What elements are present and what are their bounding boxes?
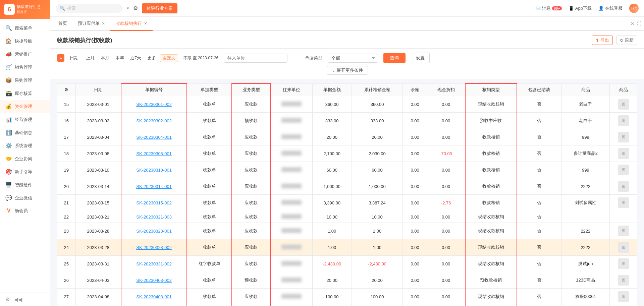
cell-product1: 多计量商品2 <box>561 145 610 162</box>
cell-doc-no[interactable]: SK-20230315-002 <box>121 195 187 211</box>
tab-receipt-close-icon[interactable]: ✕ <box>144 21 147 26</box>
solution-button[interactable]: 体验行业方案 <box>142 3 177 13</box>
sidebar-item-inventory[interactable]: 🗃️ 库存核算 <box>0 87 50 100</box>
cell-doc-type: 收款单 <box>187 162 232 178</box>
page-header: 收款核销执行(按收款) ⬆ 导出 ↻ 刷新 <box>50 31 644 49</box>
export-icon: ⬆ <box>595 38 599 43</box>
setting-button[interactable]: 设置 <box>411 53 430 63</box>
cell-doc-type: 收款单 <box>187 178 232 195</box>
cell-doc-no[interactable]: SK-20230302-002 <box>121 113 187 129</box>
sidebar-item-marketing[interactable]: 📣 营销推广 <box>0 48 50 61</box>
filter-date-label: 日期 <box>70 55 78 61</box>
filter-custom[interactable]: 自定义 <box>160 54 178 62</box>
filter-more[interactable]: 更多 <box>145 54 158 62</box>
th-cash-discount: 现金折扣 <box>427 83 465 96</box>
app-download-button[interactable]: 📱 App下载 <box>569 5 592 11</box>
cell-amount: 20.00 <box>312 272 352 289</box>
topbar-right: ✉️ 消息 99+ 📱 App下载 👤 在线客服 Rit <box>535 4 639 13</box>
refresh-button[interactable]: ↻ 刷新 <box>616 36 637 45</box>
sidebar-item-finance[interactable]: 💰 资金管理 <box>0 100 50 113</box>
topbar-dropdown-arrow[interactable]: ▾ <box>127 6 129 11</box>
table-row: 172023-03-04SK-20230304-001收款单应收款20.0020… <box>57 129 637 145</box>
sidebar-item-operations[interactable]: 📊 经营管理 <box>0 113 50 126</box>
sidebar-item-sales[interactable]: 🛒 销售管理 <box>0 61 50 74</box>
cell-doc-no[interactable]: SK-20230308-001 <box>121 145 187 162</box>
filter-partner-input[interactable] <box>224 54 287 63</box>
user-avatar[interactable]: Rit <box>629 4 639 13</box>
sidebar-item-vip[interactable]: V 畅会员 <box>0 204 50 217</box>
settings-footer-icon[interactable]: ⚙ <box>5 296 10 303</box>
sidebar-item-search-menu[interactable]: 🔍 搜索菜单 <box>0 21 50 35</box>
cell-doc-type: 收款单 <box>187 96 232 113</box>
filter-this-month[interactable]: 本月 <box>99 54 111 62</box>
cell-doc-no[interactable]: SK-20230328-001 <box>121 223 187 239</box>
sidebar-item-label: 企业协同 <box>15 156 32 162</box>
filter-row: » 日期 上月 本月 本年 近7天 更多 自定义 不限 至 2023-07-26… <box>57 53 637 63</box>
expand-more-button[interactable]: ⌄ 展开更多条件 <box>327 66 368 75</box>
cell-product2: 图 <box>610 256 637 272</box>
cell-doc-no[interactable]: SK-20230403-002 <box>121 272 187 289</box>
filter-7days[interactable]: 近7天 <box>128 54 143 62</box>
logo-icon: 6 <box>4 4 15 15</box>
topbar-search-box[interactable]: 🔍 搜索 <box>56 4 123 13</box>
cell-writeoff-amount: 20.00 <box>352 129 403 145</box>
filter-this-year[interactable]: 本年 <box>113 54 126 62</box>
cell-cash-discount: 0.00 <box>427 211 465 223</box>
cell-biz-type: 应收款 <box>232 162 270 178</box>
online-service-button[interactable]: 👤 在线客服 <box>598 5 623 11</box>
cell-biz-type: 预收款 <box>232 113 270 129</box>
cell-include-cleared: 否 <box>517 145 561 162</box>
sidebar-item-newbie[interactable]: 🎯 新手引导 <box>0 165 50 178</box>
filter-doc-type-select[interactable]: 全部 收款单 <box>328 54 378 63</box>
th-writeoff-amount: 累计核销金额 <box>352 83 403 96</box>
cell-partner <box>270 211 313 223</box>
page-title: 收款核销执行(按收款) <box>57 37 112 44</box>
cell-doc-no[interactable]: SK-20230314-001 <box>121 178 187 195</box>
filter-expand-button[interactable]: » <box>57 54 64 62</box>
cell-doc-no[interactable]: SK-20230301-002 <box>121 96 187 113</box>
sidebar-item-purchase[interactable]: 📦 采购管理 <box>0 74 50 87</box>
expand-more-label: 展开更多条件 <box>337 67 363 73</box>
cell-doc-type: 收款单 <box>187 239 232 256</box>
cell-product1: 123D商品 <box>561 272 610 289</box>
th-settings[interactable]: ⚙ <box>57 83 76 96</box>
sidebar-item-label: 快捷导航 <box>15 38 32 44</box>
search-icon: 🔍 <box>60 6 65 11</box>
sidebar-item-enterprise-wechat[interactable]: 💬 企业微信 <box>0 191 50 204</box>
cell-partner <box>270 305 313 306</box>
cell-seq: 26 <box>57 272 76 289</box>
tab-prepay-close-icon[interactable]: ✕ <box>102 21 105 26</box>
sidebar-item-enterprise-collab[interactable]: 🤝 企业协同 <box>0 152 50 165</box>
cell-doc-no[interactable]: SK-20230408-001 <box>121 289 187 305</box>
sidebar-item-smart-hardware[interactable]: 🖥️ 智能硬件 <box>0 178 50 191</box>
messages-button[interactable]: ✉️ 消息 99+ <box>535 5 562 11</box>
cell-doc-no[interactable]: SK-20230304-001 <box>121 129 187 145</box>
sidebar: 6 畅康道好生意 标推版 🔍 搜索菜单 🏠 快捷导航 📣 营销推广 🛒 销售管理… <box>0 0 50 306</box>
collapse-icon[interactable]: ◀◀ <box>14 296 22 303</box>
cell-amount: 10.00 <box>312 211 352 223</box>
app-download-label: App下载 <box>575 5 592 11</box>
tab-home[interactable]: 首页 <box>53 17 72 31</box>
cell-product1: 衣服00001 <box>561 289 610 305</box>
tab-receipt-writeoff[interactable]: 收款核销执行 ✕ <box>110 17 153 31</box>
export-button[interactable]: ⬆ 导出 <box>592 36 613 45</box>
sidebar-item-basic-info[interactable]: ℹ️ 基础信息 <box>0 126 50 139</box>
cell-doc-no[interactable]: SK-20230321-003 <box>121 211 187 223</box>
cell-doc-no[interactable]: SK-20230328-002 <box>121 239 187 256</box>
cell-writeoff-type: 预收款核销 <box>465 272 517 289</box>
tab-prepay-invoice[interactable]: 预订应付单 ✕ <box>72 17 110 31</box>
sidebar-item-quick-nav[interactable]: 🏠 快捷导航 <box>0 35 50 48</box>
cell-include-cleared: 否 <box>517 289 561 305</box>
cell-biz-type: 应收款 <box>232 178 270 195</box>
th-balance: 余额 <box>403 83 427 96</box>
query-button[interactable]: 查询 <box>383 53 406 63</box>
cell-doc-no[interactable]: SK-20230418-001 <box>121 305 187 306</box>
sidebar-item-system[interactable]: ⚙️ 系统管理 <box>0 139 50 152</box>
tab-expand-icon[interactable]: ⛶ <box>637 21 641 26</box>
cell-balance: 0.00 <box>403 145 427 162</box>
topbar-gear-icon[interactable]: ⚙ <box>133 5 138 11</box>
cell-doc-no[interactable]: SK-20230310-001 <box>121 162 187 178</box>
tab-close-all-icon[interactable]: ✕ <box>631 21 634 26</box>
cell-doc-no[interactable]: SK-20230331-002 <box>121 256 187 272</box>
filter-last-month[interactable]: 上月 <box>84 54 97 62</box>
